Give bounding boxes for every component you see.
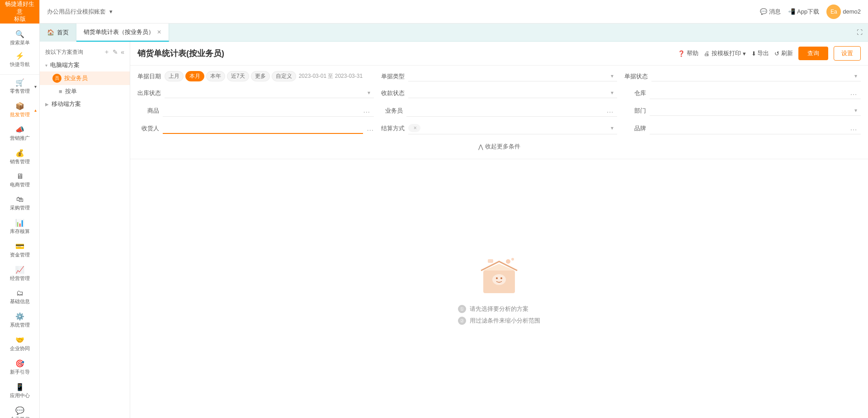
- tip-num-1: ①: [458, 305, 466, 313]
- help-button[interactable]: ❓ 帮助: [678, 49, 698, 57]
- sidebar-item-marketing[interactable]: 📣 营销推广: [0, 122, 39, 145]
- help-icon: ❓: [678, 50, 685, 57]
- collapse-icon: ⋀: [478, 143, 483, 150]
- filter-date: 单据日期 上月 本月 本年 近7天 更多 自定义 2023-03-01 至 20…: [137, 71, 374, 81]
- sidebar-item-wechat[interactable]: 💬 企业微信: [0, 403, 39, 418]
- product-select[interactable]: …: [163, 104, 374, 117]
- desktop-scheme-group[interactable]: ▾ 电脑端方案: [40, 59, 130, 71]
- breadcrumb-arrow-icon[interactable]: ▾: [109, 8, 113, 15]
- quick-nav-item[interactable]: ⚡ 快捷导航: [0, 49, 39, 71]
- empty-tip-2: ② 用过滤条件来缩小分析范围: [458, 317, 540, 325]
- out-status-select[interactable]: ▾: [165, 88, 374, 98]
- search-icon: 🔍: [15, 30, 24, 38]
- add-scheme-icon[interactable]: ＋: [104, 48, 110, 56]
- salesperson-dots-icon[interactable]: …: [606, 106, 613, 114]
- sidebar-item-wholesale[interactable]: 📦 批发管理 ▴: [0, 98, 39, 122]
- app-download-button[interactable]: 📲 App下载: [788, 8, 819, 16]
- product-dots-icon[interactable]: …: [363, 106, 370, 114]
- sidebar-item-ecommerce[interactable]: 🖥 电商管理: [0, 169, 39, 192]
- sidebar: 畅捷通好生意 标版 🔍 搜索菜单 ⚡ 快捷导航 🛒 零售管理 ▾ 📦 批发管理 …: [0, 0, 40, 418]
- app-logo: 畅捷通好生意 标版: [0, 0, 39, 24]
- collapse-filter-button[interactable]: ⋀ 收起更多条件: [471, 140, 528, 153]
- scheme-item-by-salesperson[interactable]: 员 按业务员: [40, 71, 130, 85]
- message-icon: 💬: [760, 8, 767, 15]
- tab-close-icon[interactable]: ✕: [157, 29, 161, 35]
- payment-status-select[interactable]: ▾: [408, 88, 618, 98]
- mobile-scheme-group[interactable]: ▶ 移动端方案: [40, 98, 130, 110]
- payment-method-tag-close[interactable]: ×: [414, 125, 417, 131]
- export-button[interactable]: ⬇ 导出: [751, 49, 769, 57]
- tab-sales-stat[interactable]: 销货单统计表（按业务员） ✕: [76, 24, 169, 42]
- payment-method-select[interactable]: × ▾: [408, 122, 618, 134]
- filter-brand: 品牌 …: [624, 122, 861, 134]
- empty-illustration: [472, 252, 526, 298]
- sidebar-item-enterprise[interactable]: 🤝 企业协同: [0, 332, 39, 356]
- filter-payment-status: 收款状态 ▾: [381, 88, 618, 98]
- date-btn-this-year[interactable]: 本年: [206, 71, 225, 81]
- department-select[interactable]: ▾: [650, 105, 861, 116]
- order-type-select[interactable]: ▾: [408, 71, 618, 81]
- scheme-item-by-order[interactable]: ≡ 按单: [40, 85, 130, 98]
- scheme-tree: ▾ 电脑端方案 员 按业务员 ≡ 按单 ▶ 移动端方案: [40, 59, 130, 110]
- date-btn-custom[interactable]: 自定义: [272, 71, 296, 81]
- receiver-dots-icon[interactable]: …: [367, 124, 374, 133]
- svg-point-4: [492, 274, 506, 285]
- empty-tip-1: ① 请先选择要分析的方案: [458, 305, 540, 313]
- warehouse-dots-icon[interactable]: …: [850, 89, 857, 97]
- settings-button[interactable]: 设置: [834, 46, 861, 61]
- sidebar-item-guide[interactable]: 🎯 新手引导: [0, 356, 39, 379]
- right-panel: 销货单统计表(按业务员) ❓ 帮助 🖨 按模板打印 ▾ ⬇ 导出: [130, 42, 868, 418]
- order-icon: ≡: [59, 88, 62, 95]
- sidebar-item-purchase[interactable]: 🛍 采购管理: [0, 192, 39, 215]
- sidebar-item-finance[interactable]: 💳 资金管理: [0, 238, 39, 262]
- collapse-panel-icon[interactable]: «: [121, 48, 124, 56]
- salesperson-select[interactable]: …: [406, 104, 618, 117]
- inventory-icon: 📊: [15, 218, 24, 227]
- brand-dots-icon[interactable]: …: [850, 124, 857, 132]
- filter-receiver: 收货人 …: [137, 123, 374, 134]
- page-title-bar: 销货单统计表(按业务员) ❓ 帮助 🖨 按模板打印 ▾ ⬇ 导出: [130, 42, 868, 66]
- wechat-icon: 💬: [15, 406, 24, 415]
- chevron-up-icon: ▴: [34, 108, 37, 113]
- sidebar-item-system[interactable]: ⚙️ 系统管理: [0, 309, 39, 332]
- enterprise-icon: 🤝: [15, 336, 24, 344]
- scheme-icon: 员: [52, 74, 61, 83]
- filter-row-2: 出库状态 ▾ 收款状态 ▾ 仓库: [137, 87, 861, 99]
- sidebar-item-sales[interactable]: 💰 销售管理: [0, 145, 39, 169]
- apps-icon: 📱: [15, 383, 24, 391]
- date-btn-more[interactable]: 更多: [251, 71, 270, 81]
- date-btn-7days[interactable]: 近7天: [227, 71, 249, 81]
- message-button[interactable]: 💬 消息: [760, 8, 781, 16]
- quick-nav-icon: ⚡: [15, 52, 24, 60]
- query-button[interactable]: 查询: [798, 47, 828, 60]
- edit-scheme-icon[interactable]: ✎: [113, 48, 118, 56]
- header-actions: 💬 消息 📲 App下载 Ea demo2: [760, 5, 861, 19]
- date-btn-this-month[interactable]: 本月: [185, 71, 204, 81]
- sidebar-item-retail[interactable]: 🛒 零售管理 ▾: [0, 75, 39, 98]
- refresh-button[interactable]: ↺ 刷新: [774, 49, 793, 57]
- sidebar-item-inventory[interactable]: 📊 库存核算: [0, 215, 39, 238]
- tab-expand-button[interactable]: ⛶: [851, 29, 868, 36]
- user-profile[interactable]: Ea demo2: [826, 5, 861, 19]
- order-type-arrow-icon: ▾: [611, 73, 613, 79]
- left-panel: 按以下方案查询 ＋ ✎ « ▾ 电脑端方案 员 按业务员 ≡ 按单: [40, 42, 130, 418]
- print-button[interactable]: 🖨 按模板打印 ▾: [704, 49, 746, 57]
- receiver-input[interactable]: [163, 123, 363, 134]
- payment-status-arrow-icon: ▾: [611, 90, 613, 96]
- tab-bar: 🏠 首页 销货单统计表（按业务员） ✕ ⛶: [40, 24, 868, 42]
- date-quick-buttons: 上月 本月 本年 近7天 更多 自定义: [165, 71, 296, 81]
- sidebar-item-operations[interactable]: 📈 经营管理: [0, 262, 39, 285]
- purchase-icon: 🛍: [16, 195, 24, 204]
- order-status-select[interactable]: ▾: [651, 71, 861, 81]
- sidebar-item-basics[interactable]: 🗂 基础信息: [0, 285, 39, 309]
- brand-select[interactable]: …: [650, 122, 861, 134]
- export-icon: ⬇: [751, 50, 756, 57]
- search-menu-item[interactable]: 🔍 搜索菜单: [0, 27, 39, 49]
- date-btn-last-month[interactable]: 上月: [165, 71, 184, 81]
- sidebar-item-apps[interactable]: 📱 应用中心: [0, 379, 39, 403]
- ecommerce-icon: 🖥: [16, 172, 24, 180]
- tab-home[interactable]: 🏠 首页: [40, 24, 76, 42]
- filter-department: 部门 ▾: [624, 105, 861, 116]
- warehouse-select[interactable]: …: [650, 87, 861, 99]
- wholesale-icon: 📦: [15, 102, 24, 110]
